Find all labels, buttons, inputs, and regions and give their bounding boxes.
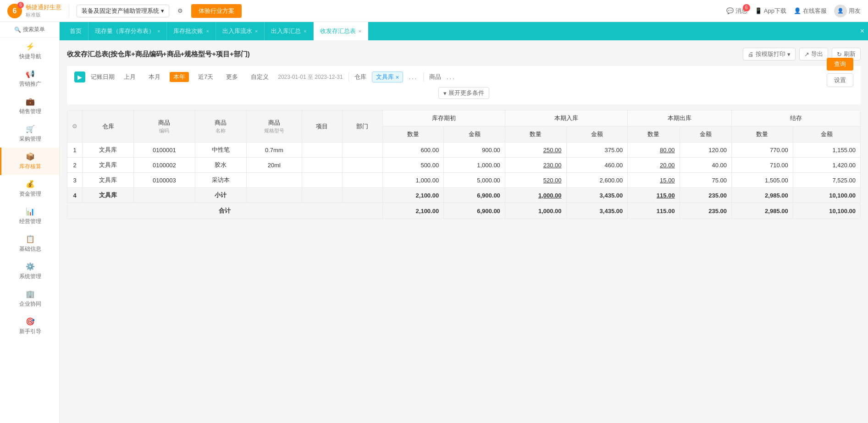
sidebar-item-label: 经营管理	[19, 218, 41, 225]
sidebar-item-guide[interactable]: 🎯 新手引导	[0, 313, 59, 340]
row-in-qty[interactable]: 520.00	[505, 173, 566, 188]
search-menu[interactable]: 🔍 搜索菜单	[0, 22, 59, 38]
col-settings-header[interactable]: ⚙	[67, 110, 83, 143]
sidebar-item-marketing[interactable]: 📢 营销推广	[0, 65, 59, 93]
sidebar-item-basic[interactable]: 📋 基础信息	[0, 230, 59, 258]
chevron-down-icon: ▾	[787, 51, 791, 58]
export-btn[interactable]: ↗ 导出	[799, 48, 828, 60]
goods-more-btn[interactable]: ...	[447, 73, 455, 81]
tab-close-icon[interactable]: ×	[157, 28, 160, 34]
table-row: 4文具库小计2,100.006,900.001,000.003,435.0011…	[67, 188, 861, 203]
date-btn-last-month[interactable]: 上月	[120, 72, 139, 82]
tab-close-icon[interactable]: ×	[206, 28, 209, 34]
row-goods-code: 0100003	[134, 173, 195, 188]
row-open-qty: 600.00	[382, 143, 444, 158]
row-out-qty[interactable]: 15.00	[628, 173, 680, 188]
system-selector[interactable]: 装备及固定资产辅助管理系统 ▾	[77, 5, 169, 17]
row-goods-spec: 0.7mm	[246, 143, 302, 158]
tab-label: 收发存汇总表	[320, 27, 356, 35]
row-project	[302, 173, 343, 188]
sidebar-item-finance[interactable]: 💰 资金管理	[0, 175, 59, 203]
app-download-btn[interactable]: 📱 App下载	[755, 7, 786, 15]
col-bal-qty-header: 数量	[732, 126, 793, 143]
user-label: 用友	[849, 7, 861, 15]
warehouse-tag-remove[interactable]: ×	[396, 74, 399, 81]
date-btn-this-year[interactable]: 本年	[170, 72, 189, 82]
settings-icon[interactable]: ⚙	[173, 4, 188, 18]
set-btn[interactable]: 设置	[827, 73, 853, 87]
export-icon: ↗	[804, 51, 809, 58]
date-btn-this-month[interactable]: 本月	[145, 72, 164, 82]
chevron-down-icon: ▾	[443, 90, 447, 97]
row-out-amt: 120.00	[680, 143, 731, 158]
footer-in-amt: 3,435.00	[566, 203, 628, 219]
row-out-qty[interactable]: 80.00	[628, 143, 680, 158]
footer-label: 合计	[67, 203, 383, 219]
sidebar-item-operations[interactable]: 📊 经营管理	[0, 203, 59, 230]
online-service-btn[interactable]: 👤 在线客服	[794, 7, 827, 15]
quick-nav-icon: ⚡	[26, 42, 35, 51]
data-table-container: ⚙ 仓库 商品编码 商品名称 商品规格型号 项目 部门 库存期初 本期入库 本	[67, 110, 861, 219]
print-btn[interactable]: 🖨 按模版打印 ▾	[743, 48, 796, 60]
sidebar-item-sales[interactable]: 💼 销售管理	[0, 93, 59, 120]
warehouse-more-btn[interactable]: ...	[409, 73, 417, 81]
basic-icon: 📋	[26, 235, 35, 243]
tab-close-icon[interactable]: ×	[359, 28, 361, 34]
row-open-qty: 1,000.00	[382, 173, 444, 188]
row-in-amt: 375.00	[566, 143, 628, 158]
industry-btn[interactable]: 体验行业方案	[191, 4, 242, 18]
tab-inventory-dist[interactable]: 现存量（库存分布表） ×	[88, 22, 167, 40]
sidebar-item-label: 营销推广	[19, 80, 41, 88]
sidebar-item-label: 基础信息	[19, 245, 41, 253]
sidebar-item-enterprise[interactable]: 🏢 企业协同	[0, 285, 59, 313]
sidebar-item-purchase[interactable]: 🛒 采购管理	[0, 120, 59, 148]
row-bal-amt: 7,525.00	[793, 173, 860, 188]
row-in-qty[interactable]: 250.00	[505, 143, 566, 158]
row-project	[302, 143, 343, 158]
col-goods-spec-header: 商品规格型号	[246, 110, 302, 143]
footer-bal-qty: 2,985.00	[732, 203, 793, 219]
row-out-qty[interactable]: 115.00	[628, 188, 680, 203]
filter-expand-arrow[interactable]: ▶	[74, 71, 85, 82]
refresh-label: 刷新	[844, 50, 856, 58]
message-btn[interactable]: 💬 消息 6	[726, 7, 747, 15]
tab-home[interactable]: 首页	[63, 22, 88, 40]
row-bal-amt: 1,155.00	[793, 143, 860, 158]
purchase-icon: 🛒	[26, 125, 35, 133]
expand-conditions-btn[interactable]: ▾ 展开更多条件	[438, 87, 489, 99]
row-goods-code	[134, 188, 195, 203]
sidebar-item-label: 库存核算	[19, 163, 41, 170]
query-btn[interactable]: 查询	[827, 58, 853, 71]
tab-close-icon[interactable]: ×	[255, 28, 258, 34]
tab-batch-ledger[interactable]: 库存批次账 ×	[167, 22, 216, 40]
tab-inout-summary[interactable]: 出入库汇总 ×	[265, 22, 313, 40]
row-in-qty[interactable]: 230.00	[505, 158, 566, 173]
finance-icon: 💰	[26, 180, 35, 188]
user-btn[interactable]: 👤 用友	[834, 5, 861, 17]
data-table: ⚙ 仓库 商品编码 商品名称 商品规格型号 项目 部门 库存期初 本期入库 本	[67, 110, 861, 219]
search-menu-label: 搜索菜单	[23, 26, 45, 33]
col-out-amt-header: 金额	[680, 126, 731, 143]
enterprise-icon: 🏢	[26, 290, 35, 298]
table-settings-icon[interactable]: ⚙	[72, 123, 77, 130]
sidebar-item-quick-nav[interactable]: ⚡ 快捷导航	[0, 38, 59, 65]
row-out-qty[interactable]: 20.00	[628, 158, 680, 173]
sidebar-item-inventory[interactable]: 📦 库存核算	[0, 148, 59, 175]
date-btn-custom[interactable]: 自定义	[247, 72, 272, 82]
col-out-qty-header: 数量	[628, 126, 680, 143]
sidebar-item-label: 新手引导	[19, 328, 41, 335]
printer-icon: 🖨	[748, 51, 754, 58]
sidebar-item-system[interactable]: ⚙️ 系统管理	[0, 258, 59, 285]
close-all-tabs[interactable]: ×	[860, 27, 864, 35]
tab-inout-flow[interactable]: 出入库流水 ×	[216, 22, 265, 40]
col-warehouse-header: 仓库	[83, 110, 134, 143]
date-btn-7days[interactable]: 近7天	[194, 72, 217, 82]
row-out-amt: 40.00	[680, 158, 731, 173]
row-in-qty[interactable]: 1,000.00	[505, 188, 566, 203]
row-goods-code: 0100001	[134, 143, 195, 158]
tab-close-icon[interactable]: ×	[304, 28, 306, 34]
tab-recv-send[interactable]: 收发存汇总表 ×	[314, 22, 368, 40]
message-icon: 💬	[726, 7, 734, 14]
chevron-down-icon: ▾	[161, 7, 164, 14]
date-btn-more[interactable]: 更多	[222, 72, 242, 82]
